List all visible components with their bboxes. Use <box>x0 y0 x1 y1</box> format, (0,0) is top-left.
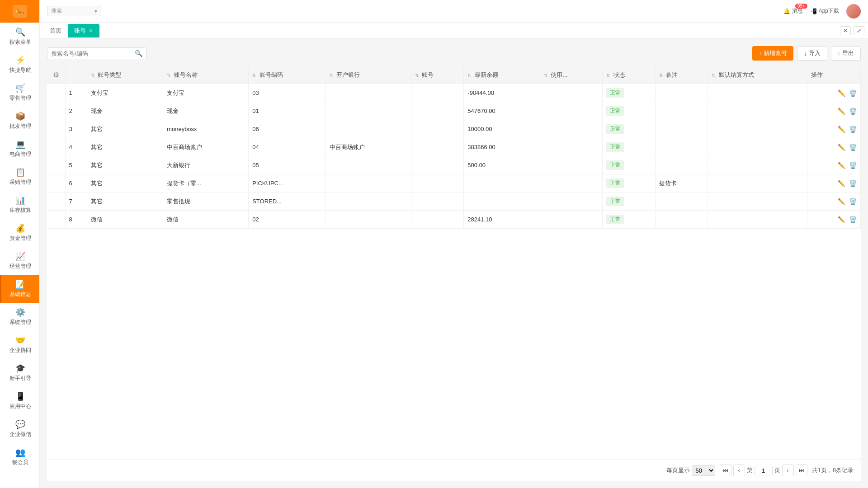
edit-button[interactable]: ✏️ <box>838 108 845 115</box>
sidebar-item-inventory[interactable]: 📊 库存核算 <box>0 191 39 219</box>
delete-button[interactable]: 🗑️ <box>849 198 857 205</box>
sidebar-item-ecommerce[interactable]: 💻 电商管理 <box>0 135 39 163</box>
tab-account[interactable]: 账号 ✕ <box>68 24 99 38</box>
search-input[interactable] <box>51 50 135 57</box>
sidebar-item-agreement[interactable]: 🤝 企业协同 <box>0 331 39 359</box>
import-icon: ↓ <box>804 50 807 57</box>
page-number-input[interactable] <box>755 466 773 475</box>
delete-button[interactable]: 🗑️ <box>849 108 857 115</box>
sidebar-item-operation[interactable]: 📈 经营管理 <box>0 247 39 275</box>
delete-button[interactable]: 🗑️ <box>849 180 857 187</box>
delete-button[interactable]: 🗑️ <box>849 144 857 151</box>
cell-code: 05 <box>249 156 326 174</box>
tab-home[interactable]: 首页 <box>43 24 68 38</box>
col-account[interactable]: ⇅ 账号 <box>411 66 464 84</box>
sidebar-item-guide[interactable]: 🎓 新手引导 <box>0 359 39 387</box>
edit-button[interactable]: ✏️ <box>838 126 845 133</box>
add-account-button[interactable]: + 新增账号 <box>752 46 793 61</box>
cell-default-payment <box>708 138 807 156</box>
account-search-box[interactable]: 🔍 <box>47 47 146 59</box>
cell-note <box>655 156 708 174</box>
col-balance[interactable]: ⇅ 最新余额 <box>464 66 540 84</box>
cell-code: 01 <box>249 102 326 120</box>
settings-icon[interactable]: ⚙ <box>53 71 59 79</box>
cell-gear <box>47 138 65 156</box>
sidebar-item-wholesale[interactable]: 📦 批发管理 <box>0 107 39 135</box>
edit-button[interactable]: ✏️ <box>838 144 845 151</box>
col-type[interactable]: ⇅ 账号类型 <box>87 66 163 84</box>
cell-name: moneybosx <box>163 120 249 138</box>
cell-status: 正常 <box>602 192 655 211</box>
cell-status: 正常 <box>602 138 655 156</box>
delete-button[interactable]: 🗑️ <box>849 89 857 97</box>
col-note-label: 备注 <box>666 71 678 78</box>
col-account-label: 账号 <box>422 71 434 78</box>
edit-button[interactable]: ✏️ <box>838 180 845 187</box>
delete-button[interactable]: 🗑️ <box>849 126 857 133</box>
main-content: 搜索 ▾ 🔔 消息 99+ 📲 App下载 首页 账号 ✕ ✕ <box>40 0 868 488</box>
cell-gear <box>47 174 65 192</box>
col-code-label: 账号编码 <box>259 71 283 78</box>
import-button[interactable]: ↓ 导入 <box>797 46 827 61</box>
cell-balance: 547670.00 <box>464 102 540 120</box>
last-page-button[interactable]: ⏭ <box>796 465 807 476</box>
cell-code: PICKUPC... <box>249 174 326 192</box>
tab-expand-button[interactable]: ⤢ <box>854 26 864 35</box>
cell-usage <box>540 211 602 229</box>
cell-default-payment <box>708 102 807 120</box>
col-usage[interactable]: ⇅ 使用... <box>540 66 602 84</box>
status-badge: 正常 <box>606 197 624 206</box>
cell-name: 中百商场账户 <box>163 138 249 156</box>
col-status[interactable]: ⇅ 状态 <box>602 66 655 84</box>
sidebar-item-system[interactable]: ⚙️ 系统管理 <box>0 303 39 331</box>
cell-default-payment <box>708 156 807 174</box>
col-status-label: 状态 <box>613 71 625 78</box>
sidebar-item-label: 零售管理 <box>9 94 31 102</box>
first-page-button[interactable]: ⏮ <box>720 465 731 476</box>
page-size-label: 每页显示 <box>666 466 690 474</box>
cell-status: 正常 <box>602 120 655 138</box>
col-code[interactable]: ⇅ 账号编码 <box>249 66 326 84</box>
cell-balance: -90444.00 <box>464 84 540 102</box>
col-default-payment[interactable]: ⇅ 默认结算方式 <box>708 66 807 84</box>
sidebar-item-member[interactable]: 👥 畅会员 <box>0 443 39 471</box>
tab-close-all-button[interactable]: ✕ <box>840 26 851 35</box>
edit-button[interactable]: ✏️ <box>838 89 845 97</box>
sort-arrows-icon: ⇅ <box>91 73 94 78</box>
edit-button[interactable]: ✏️ <box>838 162 845 169</box>
prev-page-button[interactable]: ‹ <box>733 465 745 476</box>
messages-button[interactable]: 🔔 消息 99+ <box>783 7 803 15</box>
cell-type: 其它 <box>87 174 163 192</box>
col-note[interactable]: ⇅ 备注 <box>655 66 708 84</box>
search-icon: 🔍 <box>15 27 25 37</box>
sidebar-item-shortcut[interactable]: ⚡ 快捷导航 <box>0 51 39 79</box>
tab-account-close-icon[interactable]: ✕ <box>89 28 93 34</box>
topbar-chevron-icon: ▾ <box>94 8 97 14</box>
edit-button[interactable]: ✏️ <box>838 216 845 223</box>
sidebar-item-purchase[interactable]: 📋 采购管理 <box>0 163 39 191</box>
cell-type: 其它 <box>87 156 163 174</box>
cell-balance: 28241.10 <box>464 211 540 229</box>
col-gear[interactable]: ⚙ <box>47 66 65 84</box>
edit-button[interactable]: ✏️ <box>838 198 845 205</box>
sidebar-item-finance[interactable]: 💰 资金管理 <box>0 219 39 247</box>
app-download-button[interactable]: 📲 App下载 <box>810 7 839 15</box>
sidebar-item-appcenter[interactable]: 📱 应用中心 <box>0 387 39 415</box>
delete-button[interactable]: 🗑️ <box>849 162 857 169</box>
next-page-button[interactable]: › <box>782 465 794 476</box>
sidebar-item-search[interactable]: 🔍 搜索菜单 <box>0 23 39 51</box>
sidebar-item-retail[interactable]: 🛒 零售管理 <box>0 79 39 107</box>
delete-button[interactable]: 🗑️ <box>849 216 857 223</box>
search-icon[interactable]: 🔍 <box>135 50 142 57</box>
col-name[interactable]: ⇅ 账号名称 <box>163 66 249 84</box>
col-bank[interactable]: ⇅ 开户银行 <box>326 66 411 84</box>
user-avatar[interactable] <box>846 4 861 19</box>
sidebar-item-basic[interactable]: 📝 基础信息 <box>0 275 39 303</box>
page-size-select[interactable]: 50 100 200 <box>692 465 715 476</box>
cell-name: 零售抵现 <box>163 192 249 211</box>
cell-ops: ✏️ 🗑️ <box>807 102 861 120</box>
export-button[interactable]: ↑ 导出 <box>831 46 861 61</box>
cell-account <box>411 138 464 156</box>
cell-ops: ✏️ 🗑️ <box>807 120 861 138</box>
sidebar-item-wechat[interactable]: 💬 企业微信 <box>0 415 39 443</box>
